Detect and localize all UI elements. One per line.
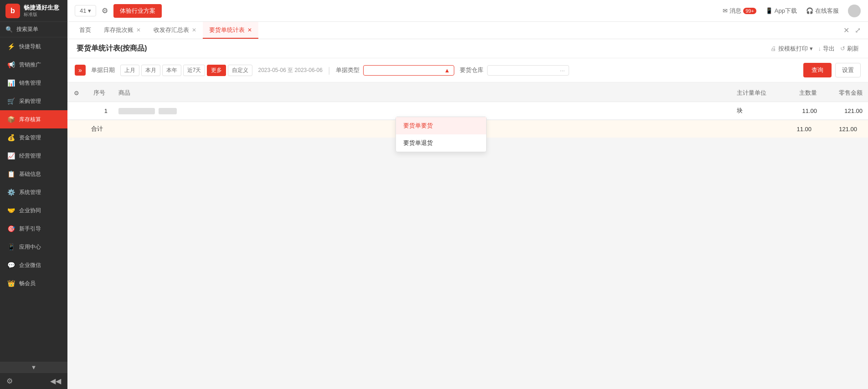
print-template-btn[interactable]: 🖨 按模板打印 ▾ bbox=[770, 45, 813, 53]
company-selector[interactable]: 41 ▾ bbox=[75, 5, 96, 16]
date-btn-7days[interactable]: 近7天 bbox=[183, 65, 205, 76]
doc-type-label: 单据类型 bbox=[336, 66, 360, 74]
sidebar-item-sys-mgmt[interactable]: ⚙️ 系统管理 bbox=[0, 183, 67, 201]
row-no: 1 bbox=[86, 102, 113, 120]
filter-expand-btn[interactable]: » bbox=[75, 65, 86, 76]
sidebar-item-app-center[interactable]: 📱 应用中心 bbox=[0, 238, 67, 256]
sidebar: b 畅捷通好生意 标准版 🔍 搜索菜单 ⚡ 快捷导航 📢 营销推广 📊 销售管理… bbox=[0, 0, 67, 389]
row-settings bbox=[67, 102, 86, 120]
app-download-btn[interactable]: 📱 App下载 bbox=[765, 7, 797, 15]
warehouse-filter: 要货仓库 ··· bbox=[460, 65, 569, 76]
basic-info-icon: 📋 bbox=[6, 169, 15, 179]
sidebar-item-quick-nav[interactable]: ⚡ 快捷导航 bbox=[0, 37, 67, 56]
doc-type-dropdown: 要货单要货 要货单退货 bbox=[395, 117, 487, 152]
date-btn-this-month[interactable]: 本月 bbox=[141, 65, 160, 76]
data-table: ⚙ 序号 商品 主计量单位 主数量 零售金额 1 bbox=[67, 84, 868, 120]
col-amount: 零售金额 bbox=[822, 84, 868, 102]
purchase-icon: 🛒 bbox=[6, 97, 15, 106]
sidebar-item-finance[interactable]: 💰 资金管理 bbox=[0, 128, 67, 147]
sidebar-scroll-down[interactable]: ▼ bbox=[0, 362, 67, 373]
main-area: 41 ▾ ⚙ 体验行业方案 ✉ 消息 99+ 📱 App下载 🎧 在线客服 bbox=[67, 0, 868, 389]
download-icon: 📱 bbox=[765, 7, 773, 14]
sidebar-item-wechat[interactable]: 💬 企业微信 bbox=[0, 256, 67, 274]
col-no: 序号 bbox=[86, 84, 113, 102]
tab-order-stats-close[interactable]: ✕ bbox=[247, 27, 252, 33]
doc-type-select[interactable]: ▲ bbox=[363, 65, 454, 76]
sidebar-item-sales[interactable]: 📊 销售管理 bbox=[0, 74, 67, 92]
sidebar-item-basic-info[interactable]: 📋 基础信息 bbox=[0, 165, 67, 183]
tab-home[interactable]: 首页 bbox=[73, 22, 98, 39]
content-area: 要货单统计表(按商品) 🖨 按模板打印 ▾ ↓ 导出 ↺ 刷新 » bbox=[67, 39, 868, 389]
search-menu[interactable]: 🔍 搜索菜单 bbox=[0, 22, 67, 37]
doc-type-chevron-icon[interactable]: ▲ bbox=[444, 67, 450, 74]
settings-button[interactable]: 设置 bbox=[835, 63, 861, 77]
col-goods: 商品 bbox=[113, 84, 731, 102]
user-avatar[interactable] bbox=[848, 5, 861, 17]
enterprise-icon: 🤝 bbox=[6, 206, 15, 215]
page-header: 要货单统计表(按商品) 🖨 按模板打印 ▾ ↓ 导出 ↺ 刷新 bbox=[67, 39, 868, 58]
tabs-bar: 首页 库存批次账 ✕ 收发存汇总表 ✕ 要货单统计表 ✕ ✕ ⤢ bbox=[67, 22, 868, 39]
refresh-icon: ↺ bbox=[840, 45, 845, 52]
warehouse-label: 要货仓库 bbox=[460, 66, 483, 74]
tab-batch-account-close[interactable]: ✕ bbox=[136, 27, 141, 33]
doc-type-input[interactable] bbox=[367, 67, 444, 74]
close-all-tabs-btn[interactable]: ✕ bbox=[842, 25, 851, 36]
search-icon: 🔍 bbox=[5, 26, 13, 33]
product-name-placeholder bbox=[118, 108, 155, 114]
online-service-btn[interactable]: 🎧 在线客服 bbox=[806, 7, 839, 15]
message-icon: ✉ bbox=[723, 7, 728, 14]
date-btn-last-month[interactable]: 上月 bbox=[120, 65, 139, 76]
quick-nav-icon: ⚡ bbox=[6, 42, 15, 51]
warehouse-more-icon[interactable]: ··· bbox=[560, 67, 565, 74]
sidebar-item-purchase[interactable]: 🛒 采购管理 bbox=[0, 92, 67, 110]
trial-button[interactable]: 体验行业方案 bbox=[113, 4, 162, 18]
dropdown-item-purchase-return[interactable]: 要货单退货 bbox=[396, 134, 486, 152]
filter-bar: » 单据日期 上月 本月 本年 近7天 更多 自定义 2023-05-06 至 … bbox=[67, 58, 868, 82]
tab-receipts-summary-close[interactable]: ✕ bbox=[192, 27, 196, 33]
row-qty: 11.00 bbox=[777, 102, 822, 120]
sidebar-logo: b 畅捷通好生意 标准版 bbox=[0, 0, 67, 22]
sidebar-item-marketing[interactable]: 📢 营销推广 bbox=[0, 56, 67, 74]
tab-batch-account[interactable]: 库存批次账 ✕ bbox=[98, 22, 147, 39]
operations-icon: 📈 bbox=[6, 151, 15, 160]
footer-collapse-icon[interactable]: ◀◀ bbox=[50, 377, 61, 385]
guide-icon: 🎯 bbox=[6, 224, 15, 233]
date-range: 2023-05-06 至 2023-06-06 bbox=[258, 67, 322, 74]
date-buttons: 上月 本月 本年 近7天 更多 自定义 bbox=[120, 65, 253, 76]
sidebar-item-inventory[interactable]: 📦 库存核算 bbox=[0, 110, 67, 128]
print-chevron-icon: ▾ bbox=[810, 45, 813, 52]
logo-text: 畅捷通好生意 标准版 bbox=[24, 4, 59, 18]
date-btn-custom[interactable]: 自定义 bbox=[228, 65, 252, 76]
refresh-btn[interactable]: ↺ 刷新 bbox=[840, 45, 859, 53]
total-qty: 11.00 bbox=[771, 126, 817, 133]
header-settings-icon[interactable]: ⚙ bbox=[102, 6, 108, 15]
dropdown-item-purchase-order[interactable]: 要货单要货 bbox=[396, 117, 486, 134]
chevron-down-icon: ▾ bbox=[88, 7, 91, 14]
service-icon: 🎧 bbox=[806, 7, 813, 14]
sidebar-item-vip[interactable]: 👑 畅会员 bbox=[0, 274, 67, 292]
maximize-btn[interactable]: ⤢ bbox=[853, 25, 863, 36]
footer-settings-icon[interactable]: ⚙ bbox=[6, 377, 13, 385]
header: 41 ▾ ⚙ 体验行业方案 ✉ 消息 99+ 📱 App下载 🎧 在线客服 bbox=[67, 0, 868, 22]
warehouse-input[interactable] bbox=[491, 67, 560, 74]
sidebar-item-enterprise[interactable]: 🤝 企业协同 bbox=[0, 201, 67, 220]
sidebar-item-guide[interactable]: 🎯 新手引导 bbox=[0, 220, 67, 238]
tab-order-stats[interactable]: 要货单统计表 ✕ bbox=[203, 22, 258, 39]
date-btn-more[interactable]: 更多 bbox=[207, 65, 226, 76]
inventory-icon: 📦 bbox=[6, 115, 15, 124]
wechat-icon: 💬 bbox=[6, 261, 15, 270]
col-settings[interactable]: ⚙ bbox=[67, 84, 86, 102]
query-button[interactable]: 查询 bbox=[803, 63, 832, 77]
doc-type-filter: 单据类型 ▲ bbox=[336, 65, 454, 76]
export-btn[interactable]: ↓ 导出 bbox=[818, 45, 835, 53]
warehouse-select[interactable]: ··· bbox=[487, 65, 569, 76]
app-center-icon: 📱 bbox=[6, 242, 15, 251]
col-unit: 主计量单位 bbox=[731, 84, 777, 102]
messages-btn[interactable]: ✉ 消息 99+ bbox=[723, 7, 756, 15]
tab-receipts-summary[interactable]: 收发存汇总表 ✕ bbox=[147, 22, 203, 39]
sidebar-item-operations[interactable]: 📈 经营管理 bbox=[0, 147, 67, 165]
filter-action-btns: 查询 设置 bbox=[803, 63, 861, 77]
date-btn-this-year[interactable]: 本年 bbox=[162, 65, 181, 76]
export-icon: ↓ bbox=[818, 45, 822, 52]
sales-icon: 📊 bbox=[6, 78, 15, 87]
